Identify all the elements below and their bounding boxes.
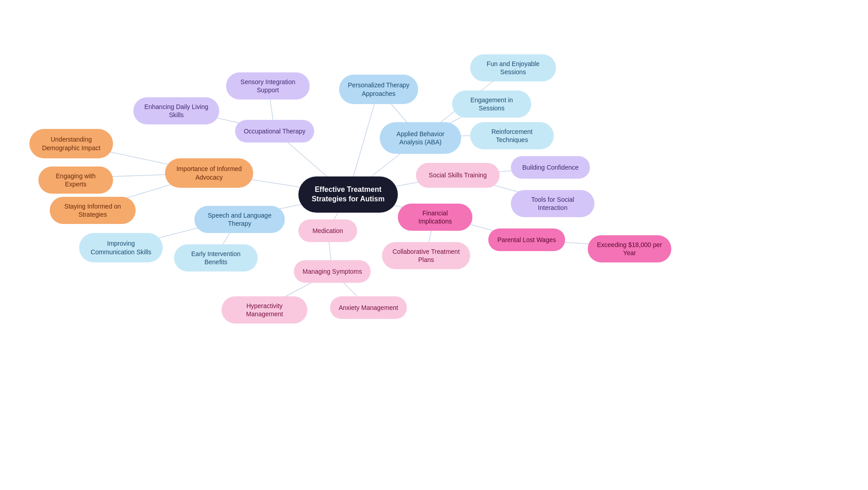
node-demographic: Understanding Demographic Impact (29, 129, 113, 158)
node-parental: Parental Lost Wages (488, 228, 565, 251)
node-reinforcement: Reinforcement Techniques (470, 122, 554, 149)
node-tools: Tools for Social Interaction (511, 190, 594, 217)
node-engagement: Engagement in Sessions (452, 90, 531, 118)
node-occupational: Occupational Therapy (235, 120, 314, 143)
node-financial: Financial Implications (398, 204, 472, 231)
node-hyperactivity: Hyperactivity Management (222, 296, 307, 323)
node-aba: Applied Behavior Analysis (ABA) (380, 122, 461, 154)
node-informed: Importance of Informed Advocacy (165, 158, 253, 188)
node-anxiety: Anxiety Management (330, 296, 407, 319)
node-medication: Medication (298, 219, 357, 242)
node-exceeding: Exceeding $18,000 per Year (588, 235, 671, 262)
node-engaging: Engaging with Experts (38, 167, 113, 194)
node-speech: Speech and Language Therapy (194, 206, 285, 233)
node-early: Early Intervention Benefits (174, 244, 258, 271)
node-sensory: Sensory Integration Support (226, 72, 310, 100)
node-building: Building Confidence (511, 156, 590, 179)
node-improving: Improving Communication Skills (79, 233, 163, 262)
node-collaborative: Collaborative Treatment Plans (382, 242, 470, 269)
node-personalized: Personalized Therapy Approaches (339, 75, 418, 104)
node-fun: Fun and Enjoyable Sessions (470, 54, 556, 81)
node-enhancing: Enhancing Daily Living Skills (133, 97, 219, 124)
node-social: Social Skills Training (416, 163, 500, 188)
center-node: Effective Treatment Strategies for Autis… (298, 176, 398, 213)
node-staying: Staying Informed on Strategies (50, 197, 136, 224)
node-managing: Managing Symptoms (294, 260, 371, 283)
